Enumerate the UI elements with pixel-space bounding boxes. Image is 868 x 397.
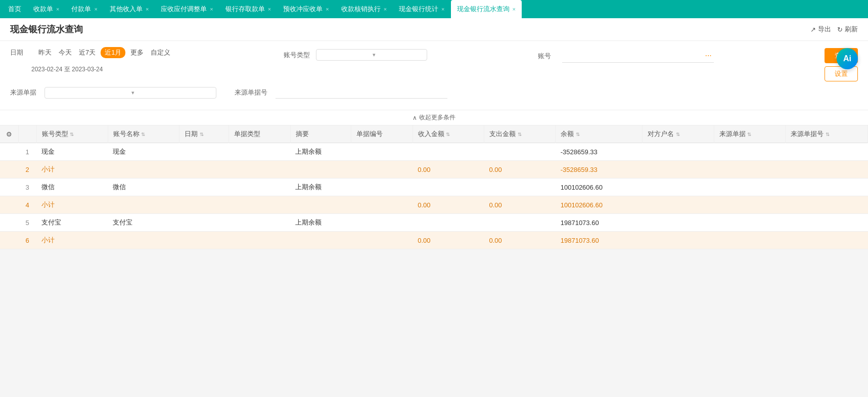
nav-tab-3[interactable]: 应收应付调整单 × [155,0,219,18]
col-doc-no: 单据编号 [351,125,413,143]
cell-source-doc-no [785,232,867,249]
nav-tab-7[interactable]: 现金银行统计 × [393,0,450,18]
source-doc-select[interactable]: ▾ [44,87,216,99]
account-input[interactable] [564,52,705,60]
cell-income: 0.00 [413,232,484,249]
table-row[interactable]: 1 现金 现金 上期余额 -3528659.33 [0,143,868,161]
date-opt-1month[interactable]: 近1月 [101,47,125,58]
date-opt-today[interactable]: 今天 [57,47,74,58]
cell-account-type: 现金 [36,143,108,161]
close-tab-8[interactable]: × [513,6,516,12]
cell-summary: 上期余额 [290,214,351,232]
nav-tab-label-1: 付款单 [71,5,91,14]
sort-icon-account-name: ⇅ [141,131,145,137]
cell-settings [0,196,18,214]
col-account-type[interactable]: 账号类型 ⇅ [36,125,108,143]
cell-rownum: 6 [18,232,36,249]
close-tab-0[interactable]: × [56,6,59,12]
table-row[interactable]: 5 支付宝 支付宝 上期余额 19871073.60 [0,214,868,232]
table-row[interactable]: 2 小计 0.00 0.00 -3528659.33 [0,161,868,179]
cell-income [413,179,484,196]
col-date[interactable]: 日期 ⇅ [179,125,229,143]
export-button[interactable]: ↗ 导出 [810,25,831,34]
col-balance[interactable]: 余额 ⇅ [556,125,643,143]
cell-summary [290,161,351,179]
close-tab-6[interactable]: × [384,6,387,12]
date-opt-7days[interactable]: 近7天 [77,47,98,58]
table-row[interactable]: 3 微信 微信 上期余额 100102606.60 [0,179,868,196]
col-expense[interactable]: 支出金额 ⇅ [484,125,555,143]
cell-doc-no [351,232,413,249]
nav-tab-label-7: 现金银行统计 [399,5,438,14]
sort-icon-balance: ⇅ [576,131,580,137]
date-opt-yesterday[interactable]: 昨天 [36,47,54,58]
account-dots-button[interactable]: ··· [705,51,711,60]
cell-account-type: 小计 [36,196,108,214]
cell-counterparty [643,179,714,196]
cell-doc-no [351,214,413,232]
sort-icon-source-doc-no: ⇅ [826,131,830,137]
cell-source-doc-no [785,196,867,214]
cell-income: 0.00 [413,161,484,179]
cell-date [179,161,229,179]
account-label: 账号 [538,52,556,61]
close-tab-1[interactable]: × [94,6,97,12]
account-type-chevron: ▾ [373,52,423,58]
cell-account-type: 微信 [36,179,108,196]
col-source-doc-no[interactable]: 来源单据号 ⇅ [785,125,867,143]
cell-summary: 上期余额 [290,179,351,196]
nav-tab-8[interactable]: 现金银行流水查询 × [451,0,522,18]
settings-button[interactable]: 设置 [825,66,858,81]
cell-balance: 100102606.60 [556,179,643,196]
refresh-button[interactable]: ↻ 刷新 [837,25,858,34]
sort-icon-counterparty: ⇅ [676,131,680,137]
nav-tab-label-8: 现金银行流水查询 [457,5,510,14]
cell-expense: 0.00 [484,232,555,249]
ai-badge[interactable]: Ai [837,48,858,69]
nav-tab-2[interactable]: 其他收入单 × [104,0,155,18]
source-doc-label: 来源单据 [10,88,36,97]
cell-expense: 0.00 [484,161,555,179]
nav-tab-6[interactable]: 收款核销执行 × [335,0,393,18]
table-row[interactable]: 4 小计 0.00 0.00 100102606.60 [0,196,868,214]
nav-tab-1[interactable]: 付款单 × [65,0,103,18]
cell-account-type: 小计 [36,161,108,179]
cell-expense: 0.00 [484,196,555,214]
nav-tab-5[interactable]: 预收冲应收单 × [277,0,335,18]
export-icon: ↗ [810,26,816,33]
collapse-bar[interactable]: ∧ 收起更多条件 [0,110,868,125]
date-range-display: 2023-02-24 至 2023-03-24 [10,65,172,74]
col-summary: 摘要 [290,125,351,143]
col-income[interactable]: 收入金额 ⇅ [413,125,484,143]
filter-area: 日期 昨天 今天 近7天 近1月 更多 自定义 2023-02-24 至 202… [0,41,868,110]
cell-doc-type [229,143,290,161]
close-tab-3[interactable]: × [210,6,213,12]
table-row[interactable]: 6 小计 0.00 0.00 19871073.60 [0,232,868,249]
nav-tab-0[interactable]: 收款单 × [27,0,65,18]
col-settings[interactable]: ⚙ [0,125,18,143]
col-counterparty[interactable]: 对方户名 ⇅ [643,125,714,143]
nav-home[interactable]: 首页 [2,5,27,14]
close-tab-5[interactable]: × [326,6,329,12]
cell-income [413,143,484,161]
refresh-icon: ↻ [837,26,843,33]
top-nav: 首页 收款单 × 付款单 × 其他收入单 × 应收应付调整单 × 银行存取款单 … [0,0,868,18]
source-doc-no-input[interactable] [276,86,447,99]
close-tab-2[interactable]: × [146,6,149,12]
close-tab-4[interactable]: × [268,6,271,12]
cell-summary: 上期余额 [290,143,351,161]
date-opt-custom[interactable]: 自定义 [149,47,172,58]
account-type-select[interactable]: ▾ [316,49,427,61]
col-account-name[interactable]: 账号名称 ⇅ [108,125,179,143]
col-source-doc[interactable]: 来源单据 ⇅ [714,125,785,143]
nav-tab-4[interactable]: 银行存取款单 × [219,0,277,18]
account-input-container: ··· [562,49,714,63]
col-doc-type: 单据类型 [229,125,290,143]
date-opt-more[interactable]: 更多 [128,47,146,58]
cell-balance: -3528659.33 [556,161,643,179]
close-tab-7[interactable]: × [441,6,444,12]
cell-date [179,179,229,196]
cell-source-doc [714,179,785,196]
table-header-row: ⚙ 账号类型 ⇅ 账号名称 ⇅ 日期 ⇅ 单据类型 摘要 单据编号 收入金额 ⇅… [0,125,868,143]
cell-balance: -3528659.33 [556,143,643,161]
